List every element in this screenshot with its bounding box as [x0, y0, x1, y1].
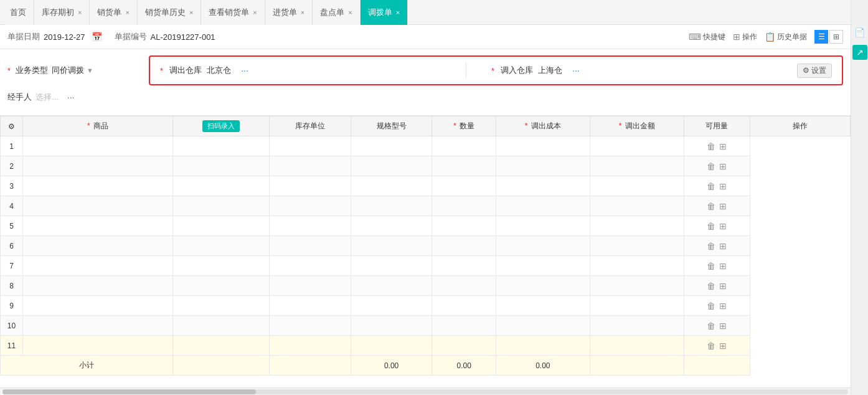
- row-unit-3[interactable]: [173, 176, 270, 196]
- row-amount-7[interactable]: [496, 256, 590, 276]
- row-quantity-10[interactable]: [351, 316, 432, 336]
- handler-input[interactable]: 选择...: [35, 92, 59, 103]
- row-available-10[interactable]: [590, 316, 684, 336]
- row-available-3[interactable]: [590, 176, 684, 196]
- row-product-1[interactable]: [23, 136, 173, 156]
- row-quantity-1[interactable]: [351, 136, 432, 156]
- row-quantity-6[interactable]: [351, 236, 432, 256]
- row-cost-5[interactable]: [432, 216, 496, 236]
- copy-icon-8[interactable]: ⊞: [719, 281, 727, 291]
- row-available-7[interactable]: [590, 256, 684, 276]
- copy-icon-1[interactable]: ⊞: [719, 141, 727, 151]
- tab-close-sales-history[interactable]: ×: [189, 9, 193, 16]
- copy-icon-4[interactable]: ⊞: [719, 201, 727, 211]
- row-unit-4[interactable]: [173, 196, 270, 216]
- delete-icon-8[interactable]: 🗑: [707, 281, 715, 291]
- row-unit-10[interactable]: [173, 316, 270, 336]
- tab-close-inventory-check[interactable]: ×: [348, 9, 352, 16]
- row-spec-1[interactable]: [270, 136, 351, 156]
- row-available-1[interactable]: [590, 136, 684, 156]
- row-unit-5[interactable]: [173, 216, 270, 236]
- row-cost-1[interactable]: [432, 136, 496, 156]
- row-unit-6[interactable]: [173, 236, 270, 256]
- row-amount-2[interactable]: [496, 156, 590, 176]
- row-amount-4[interactable]: [496, 196, 590, 216]
- row-unit-11[interactable]: [173, 336, 270, 356]
- row-cost-4[interactable]: [432, 196, 496, 216]
- tab-view-sales[interactable]: 查看销货单 ×: [201, 0, 265, 25]
- row-amount-9[interactable]: [496, 296, 590, 316]
- row-spec-10[interactable]: [270, 316, 351, 336]
- row-spec-5[interactable]: [270, 216, 351, 236]
- row-quantity-5[interactable]: [351, 216, 432, 236]
- row-cost-10[interactable]: [432, 316, 496, 336]
- tab-purchase-order[interactable]: 进货单 ×: [265, 0, 313, 25]
- row-product-8[interactable]: [23, 276, 173, 296]
- row-cost-3[interactable]: [432, 176, 496, 196]
- delete-icon-2[interactable]: 🗑: [707, 161, 715, 171]
- row-available-6[interactable]: [590, 236, 684, 256]
- row-quantity-7[interactable]: [351, 256, 432, 276]
- delete-icon-3[interactable]: 🗑: [707, 181, 715, 191]
- row-amount-1[interactable]: [496, 136, 590, 156]
- row-product-10[interactable]: [23, 316, 173, 336]
- history-button[interactable]: 📋 历史单据: [765, 32, 807, 42]
- tab-home[interactable]: 首页: [5, 0, 34, 25]
- copy-icon-9[interactable]: ⊞: [719, 301, 727, 311]
- tab-sales-history[interactable]: 销货单历史 ×: [138, 0, 201, 25]
- tab-sales-order[interactable]: 销货单 ×: [90, 0, 137, 25]
- copy-icon-10[interactable]: ⊞: [719, 321, 727, 331]
- transfer-out-more-icon[interactable]: ···: [241, 65, 248, 75]
- copy-icon-6[interactable]: ⊞: [719, 241, 727, 251]
- row-product-3[interactable]: [23, 176, 173, 196]
- tab-inventory-check[interactable]: 盘点单 ×: [313, 0, 360, 25]
- row-spec-7[interactable]: [270, 256, 351, 276]
- row-quantity-3[interactable]: [351, 176, 432, 196]
- tab-close-transfer-order[interactable]: ×: [396, 9, 400, 16]
- row-spec-8[interactable]: [270, 276, 351, 296]
- tab-transfer-order[interactable]: 调拨单 ×: [361, 0, 408, 25]
- scroll-thumb[interactable]: [2, 389, 256, 394]
- row-product-9[interactable]: [23, 296, 173, 316]
- transfer-in-value[interactable]: 上海仓: [538, 65, 562, 76]
- row-product-2[interactable]: [23, 156, 173, 176]
- row-unit-1[interactable]: [173, 136, 270, 156]
- th-settings[interactable]: ⚙: [1, 117, 23, 136]
- delete-icon-1[interactable]: 🗑: [707, 141, 715, 151]
- date-value[interactable]: 2019-12-27: [44, 32, 85, 42]
- copy-icon-2[interactable]: ⊞: [719, 161, 727, 171]
- delete-icon-11[interactable]: 🗑: [707, 341, 715, 351]
- operations-button[interactable]: ⊞ 操作: [733, 32, 757, 42]
- row-amount-3[interactable]: [496, 176, 590, 196]
- row-spec-2[interactable]: [270, 156, 351, 176]
- row-cost-2[interactable]: [432, 156, 496, 176]
- scan-button[interactable]: 扫码录入: [202, 120, 240, 132]
- transfer-in-more-icon[interactable]: ···: [572, 65, 580, 75]
- copy-icon-11[interactable]: ⊞: [719, 341, 727, 351]
- view-btn-list[interactable]: ☰: [814, 30, 828, 44]
- th-scan[interactable]: 扫码录入: [173, 117, 270, 136]
- shortcuts-button[interactable]: ⌨ 快捷键: [689, 32, 725, 42]
- row-cost-6[interactable]: [432, 236, 496, 256]
- delete-icon-7[interactable]: 🗑: [707, 261, 715, 271]
- delete-icon-4[interactable]: 🗑: [707, 201, 715, 211]
- delete-icon-5[interactable]: 🗑: [707, 221, 715, 231]
- row-unit-7[interactable]: [173, 256, 270, 276]
- row-cost-9[interactable]: [432, 296, 496, 316]
- delete-icon-9[interactable]: 🗑: [707, 301, 715, 311]
- row-available-4[interactable]: [590, 196, 684, 216]
- row-spec-11[interactable]: [270, 336, 351, 356]
- sidebar-expand-icon[interactable]: ↗: [852, 45, 867, 60]
- tab-close-view-sales[interactable]: ×: [253, 9, 257, 16]
- row-product-5[interactable]: [23, 216, 173, 236]
- row-available-2[interactable]: [590, 156, 684, 176]
- view-btn-grid[interactable]: ⊞: [829, 30, 843, 44]
- row-product-6[interactable]: [23, 236, 173, 256]
- row-quantity-4[interactable]: [351, 196, 432, 216]
- settings-button[interactable]: ⚙ 设置: [797, 64, 832, 78]
- bottom-scroll[interactable]: [0, 388, 851, 395]
- transfer-out-value[interactable]: 北京仓: [207, 65, 231, 76]
- row-unit-9[interactable]: [173, 296, 270, 316]
- row-amount-8[interactable]: [496, 276, 590, 296]
- row-available-9[interactable]: [590, 296, 684, 316]
